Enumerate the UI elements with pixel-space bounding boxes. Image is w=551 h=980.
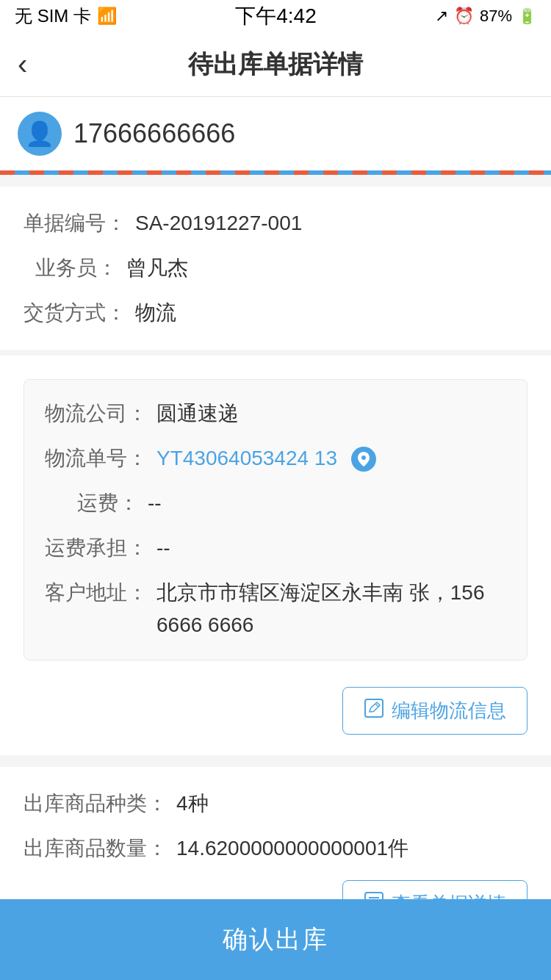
freight-label: 运费： bbox=[45, 487, 148, 520]
sales-person-value: 曾凡杰 bbox=[126, 252, 527, 285]
back-button[interactable]: ‹ bbox=[18, 48, 27, 81]
svg-rect-1 bbox=[365, 699, 383, 717]
edit-logistics-label: 编辑物流信息 bbox=[392, 698, 506, 724]
delivery-method-label: 交货方式： bbox=[24, 297, 135, 330]
tracking-no-row: 物流单号： YT43064053424 13 bbox=[45, 442, 506, 475]
freight-bear-value: -- bbox=[156, 532, 506, 565]
customer-phone: 17666666666 bbox=[73, 118, 235, 149]
freight-bear-label: 运费承担： bbox=[45, 532, 156, 565]
status-right: ↗ ⏰ 87% 🔋 bbox=[435, 7, 536, 26]
goods-quantity-label: 出库商品数量： bbox=[24, 832, 176, 865]
avatar-icon: 👤 bbox=[25, 120, 54, 148]
wifi-icon: 📶 bbox=[97, 7, 117, 26]
avatar: 👤 bbox=[18, 112, 62, 156]
tracking-no-container: YT43064053424 13 bbox=[156, 442, 378, 475]
document-no-value: SA-20191227-001 bbox=[135, 207, 527, 240]
customer-header: 👤 17666666666 bbox=[0, 97, 551, 170]
goods-type-value: 4种 bbox=[176, 788, 527, 821]
freight-row: 运费： -- bbox=[45, 487, 506, 520]
confirm-button-label: 确认出库 bbox=[223, 923, 328, 956]
edit-icon bbox=[364, 698, 384, 724]
page-title: 待出库单据详情 bbox=[188, 48, 363, 82]
location-status-icon: ↗ bbox=[435, 7, 448, 26]
document-no-row: 单据编号： SA-20191227-001 bbox=[24, 207, 527, 240]
carrier-text: 无 SIM 卡 bbox=[15, 4, 91, 28]
confirm-bar[interactable]: 确认出库 bbox=[0, 899, 551, 980]
goods-quantity-value: 14.6200000000000001件 bbox=[176, 832, 527, 865]
goods-type-row: 出库商品种类： 4种 bbox=[24, 788, 527, 821]
document-no-label: 单据编号： bbox=[24, 207, 135, 240]
dashed-divider bbox=[0, 170, 551, 175]
edit-btn-row: 编辑物流信息 bbox=[24, 675, 527, 735]
tracking-no-label: 物流单号： bbox=[45, 442, 156, 475]
sales-person-label: 业务员： bbox=[24, 252, 126, 285]
freight-value: -- bbox=[148, 487, 506, 520]
nav-bar: ‹ 待出库单据详情 bbox=[0, 32, 551, 97]
sales-person-row: 业务员： 曾凡杰 bbox=[24, 252, 527, 285]
svg-point-0 bbox=[351, 447, 376, 472]
alarm-icon: ⏰ bbox=[454, 7, 474, 26]
address-row: 客户地址： 北京市市辖区海淀区永丰南 张，156 6666 6666 bbox=[45, 577, 506, 643]
battery-text: 87% bbox=[480, 7, 512, 26]
logistics-section: 物流公司： 圆通速递 物流单号： YT43064053424 13 运费： --… bbox=[0, 356, 551, 755]
delivery-method-row: 交货方式： 物流 bbox=[24, 297, 527, 330]
address-label: 客户地址： bbox=[45, 577, 156, 610]
time-text: 下午4:42 bbox=[235, 2, 317, 30]
tracking-no-value: YT43064053424 13 bbox=[156, 442, 337, 475]
goods-type-label: 出库商品种类： bbox=[24, 788, 176, 821]
edit-logistics-button[interactable]: 编辑物流信息 bbox=[342, 687, 527, 735]
location-icon[interactable] bbox=[349, 444, 378, 474]
delivery-method-value: 物流 bbox=[135, 297, 527, 330]
logistics-company-label: 物流公司： bbox=[45, 397, 156, 430]
logistics-company-value: 圆通速递 bbox=[156, 397, 506, 430]
freight-bear-row: 运费承担： -- bbox=[45, 532, 506, 565]
status-bar: 无 SIM 卡 📶 下午4:42 ↗ ⏰ 87% 🔋 bbox=[0, 0, 551, 32]
battery-icon: 🔋 bbox=[518, 7, 536, 25]
address-value: 北京市市辖区海淀区永丰南 张，156 6666 6666 bbox=[156, 577, 506, 643]
logistics-company-row: 物流公司： 圆通速递 bbox=[45, 397, 506, 430]
status-left: 无 SIM 卡 📶 bbox=[15, 4, 117, 28]
basic-info-section: 单据编号： SA-20191227-001 业务员： 曾凡杰 交货方式： 物流 bbox=[0, 187, 551, 350]
logistics-card: 物流公司： 圆通速递 物流单号： YT43064053424 13 运费： --… bbox=[24, 379, 527, 660]
goods-quantity-row: 出库商品数量： 14.6200000000000001件 bbox=[24, 832, 527, 865]
